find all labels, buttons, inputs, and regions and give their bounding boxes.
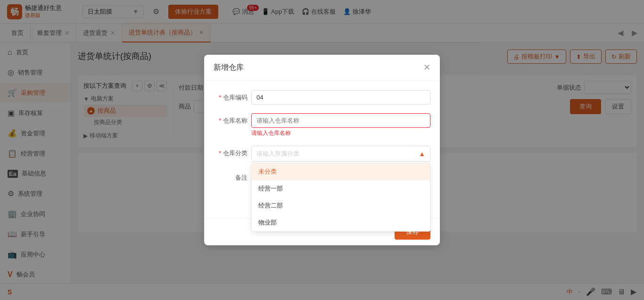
name-input[interactable] [251,113,430,128]
code-required-star: * [219,94,221,101]
name-error-msg: 请输入仓库名称 [251,129,430,137]
dropdown-item-1[interactable]: 经营一部 [252,180,430,197]
modal-title: 新增仓库 [214,63,244,73]
code-input[interactable] [251,90,430,105]
name-required-star: * [219,117,221,124]
category-dropdown: 未分类 经营一部 经营二部 物业部 [251,163,430,232]
category-required-star: * [219,150,221,157]
category-select-input[interactable]: 请输入所属分类 ▲ [251,146,430,162]
category-placeholder: 请输入所属分类 [256,150,299,158]
modal-body: * 仓库编码 * 仓库名称 请输入仓库名称 * 仓库分类 [204,81,440,218]
category-chevron-icon: ▲ [419,150,425,158]
notes-label: 备注 [235,174,248,181]
name-label: 仓库名称 [223,117,248,124]
modal-row-name: * 仓库名称 请输入仓库名称 [214,113,430,137]
code-label: 仓库编码 [223,94,248,101]
category-select-wrap: 请输入所属分类 ▲ 未分类 经营一部 经营二部 物业部 [251,146,430,162]
dropdown-item-3[interactable]: 物业部 [252,214,430,231]
category-label: 仓库分类 [223,150,248,157]
modal-row-code: * 仓库编码 [214,90,430,105]
new-warehouse-modal: 新增仓库 ✕ * 仓库编码 * 仓库名称 请输入仓库名称 [204,55,440,245]
modal-close-icon[interactable]: ✕ [423,62,430,73]
dropdown-item-2[interactable]: 经营二部 [252,197,430,214]
modal-row-category: * 仓库分类 请输入所属分类 ▲ 未分类 经营一部 经营二部 物业部 [214,146,430,162]
dropdown-item-0[interactable]: 未分类 [252,163,430,180]
modal-header: 新增仓库 ✕ [204,55,440,81]
